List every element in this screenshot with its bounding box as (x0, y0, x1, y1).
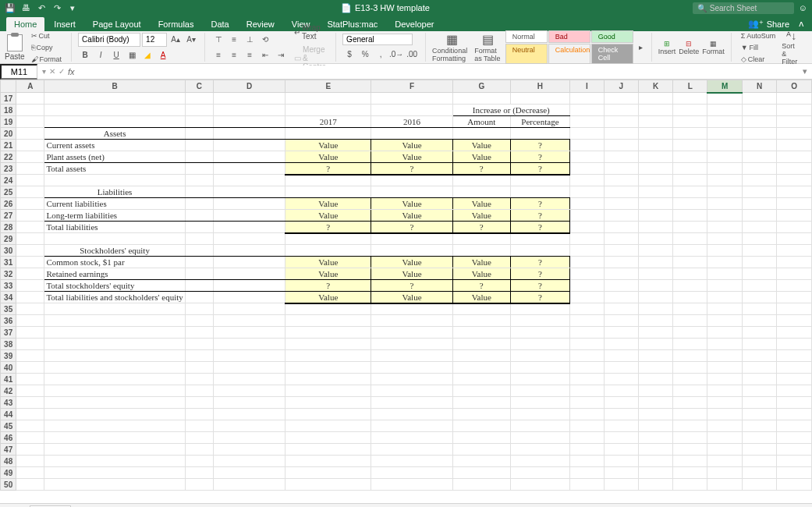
cell-C24[interactable] (185, 175, 213, 186)
row-header-29[interactable]: 29 (1, 233, 16, 245)
comma-icon[interactable]: , (374, 47, 388, 61)
cell-L40[interactable] (673, 362, 707, 374)
cell-O42[interactable] (777, 385, 812, 397)
cell-B23[interactable]: Total assets (44, 163, 185, 175)
cell-B49[interactable] (44, 467, 185, 479)
cell-E50[interactable] (285, 479, 371, 491)
namebox-dropdown-icon[interactable]: ▾ (42, 67, 46, 76)
cell-H26[interactable]: ? (510, 198, 569, 210)
cell-C26[interactable] (185, 198, 213, 210)
cell-H32[interactable]: ? (510, 268, 569, 280)
cell-J36[interactable] (604, 315, 638, 327)
cell-H42[interactable] (510, 385, 569, 397)
cell-F37[interactable] (371, 327, 452, 339)
cell-D34[interactable] (213, 292, 285, 303)
cell-E20[interactable] (285, 128, 371, 140)
col-header-F[interactable]: F (371, 80, 452, 93)
cell-A49[interactable] (16, 467, 44, 479)
cell-N22[interactable] (743, 151, 777, 163)
row-header-19[interactable]: 19 (1, 116, 16, 128)
cell-E38[interactable] (285, 339, 371, 350)
cell-K44[interactable] (638, 409, 672, 420)
cell-C32[interactable] (185, 268, 213, 280)
cell-L45[interactable] (673, 420, 707, 432)
cell-B34[interactable]: Total liabilities and stockholders' equi… (44, 292, 185, 303)
cell-D32[interactable] (213, 268, 285, 280)
cell-E37[interactable] (285, 327, 371, 339)
cell-A46[interactable] (16, 432, 44, 444)
cell-I21[interactable] (569, 140, 604, 151)
cell-G33[interactable]: ? (452, 280, 510, 292)
cell-D33[interactable] (213, 280, 285, 292)
cell-D41[interactable] (213, 374, 285, 385)
cell-L20[interactable] (673, 128, 707, 140)
col-header-K[interactable]: K (638, 80, 672, 93)
cell-A26[interactable] (16, 198, 44, 210)
cell-F32[interactable]: Value (371, 268, 452, 280)
cell-J42[interactable] (604, 385, 638, 397)
cell-M48[interactable] (707, 456, 743, 467)
cell-G28[interactable]: ? (452, 222, 510, 233)
cell-H48[interactable] (510, 456, 569, 467)
cell-N20[interactable] (743, 128, 777, 140)
cell-G48[interactable] (452, 456, 510, 467)
cell-C35[interactable] (185, 303, 213, 315)
cell-J18[interactable] (604, 105, 638, 116)
cell-C22[interactable] (185, 151, 213, 163)
cell-L36[interactable] (673, 315, 707, 327)
cell-D38[interactable] (213, 339, 285, 350)
insert-cells-button[interactable]: ⊞Insert (658, 40, 676, 55)
row-header-32[interactable]: 32 (1, 268, 16, 280)
cell-E35[interactable] (285, 303, 371, 315)
cell-J45[interactable] (604, 420, 638, 432)
cell-B37[interactable] (44, 327, 185, 339)
cell-D35[interactable] (213, 303, 285, 315)
cell-B24[interactable] (44, 175, 185, 186)
cell-E44[interactable] (285, 409, 371, 420)
cell-A42[interactable] (16, 385, 44, 397)
cell-N24[interactable] (743, 175, 777, 186)
cell-H40[interactable] (510, 362, 569, 374)
cell-C46[interactable] (185, 432, 213, 444)
cell-E43[interactable] (285, 397, 371, 409)
cell-I19[interactable] (569, 116, 604, 128)
cell-J34[interactable] (604, 292, 638, 303)
cell-E25[interactable] (285, 186, 371, 198)
cell-I30[interactable] (569, 245, 604, 257)
cell-N18[interactable] (743, 105, 777, 116)
row-header-44[interactable]: 44 (1, 409, 16, 420)
undo-icon[interactable]: ↶ (36, 2, 47, 13)
cell-J39[interactable] (604, 350, 638, 362)
cell-G22[interactable]: Value (452, 151, 510, 163)
cell-G23[interactable]: ? (452, 163, 510, 175)
cell-E26[interactable]: Value (285, 198, 371, 210)
cell-J26[interactable] (604, 198, 638, 210)
cell-J38[interactable] (604, 339, 638, 350)
bold-button[interactable]: B (78, 48, 92, 62)
cell-D30[interactable] (213, 245, 285, 257)
cell-A30[interactable] (16, 245, 44, 257)
cell-L23[interactable] (673, 163, 707, 175)
cell-C27[interactable] (185, 210, 213, 222)
cell-M39[interactable] (707, 350, 743, 362)
row-header-25[interactable]: 25 (1, 186, 16, 198)
cell-E49[interactable] (285, 467, 371, 479)
cell-N29[interactable] (743, 233, 777, 245)
cell-B31[interactable]: Common stock, $1 par (44, 257, 185, 268)
cell-C30[interactable] (185, 245, 213, 257)
cell-K26[interactable] (638, 198, 672, 210)
cell-A24[interactable] (16, 175, 44, 186)
cell-J27[interactable] (604, 210, 638, 222)
italic-button[interactable]: I (94, 48, 108, 62)
cell-N31[interactable] (743, 257, 777, 268)
cell-M24[interactable] (707, 175, 743, 186)
cell-N42[interactable] (743, 385, 777, 397)
cell-E30[interactable] (285, 245, 371, 257)
cell-D27[interactable] (213, 210, 285, 222)
cell-A28[interactable] (16, 222, 44, 233)
cell-J24[interactable] (604, 175, 638, 186)
col-header-E[interactable]: E (285, 80, 371, 93)
tab-review[interactable]: Review (239, 17, 282, 31)
cell-C34[interactable] (185, 292, 213, 303)
save-icon[interactable]: 💾 (5, 2, 16, 13)
